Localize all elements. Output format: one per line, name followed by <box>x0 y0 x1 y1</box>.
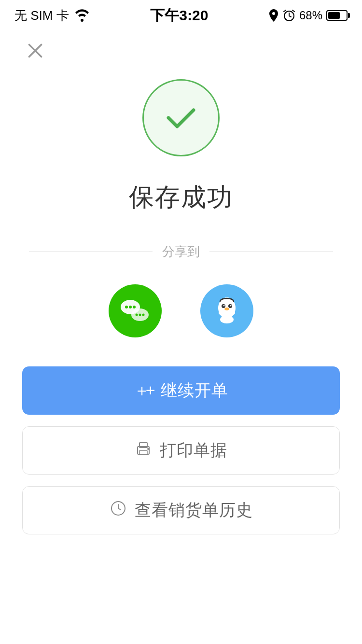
battery-percent: 68% <box>299 9 322 22</box>
success-title: 保存成功 <box>129 181 233 214</box>
svg-point-14 <box>220 316 234 323</box>
close-button[interactable] <box>23 39 47 63</box>
qq-icon <box>211 294 242 327</box>
print-label: 打印单据 <box>160 439 227 462</box>
svg-point-12 <box>219 310 225 315</box>
status-time: 下午3:20 <box>150 6 208 26</box>
main-content: 保存成功 分享到 <box>0 31 362 534</box>
divider-right <box>209 252 333 252</box>
status-bar: 无 SIM 卡 下午3:20 68% <box>0 0 362 31</box>
print-button[interactable]: 打印单据 <box>22 426 340 475</box>
share-divider: 分享到 <box>0 243 362 260</box>
status-left: 无 SIM 卡 <box>14 7 90 24</box>
svg-point-6 <box>133 306 136 308</box>
wechat-share-button[interactable] <box>109 284 162 337</box>
history-button[interactable]: 查看销货单历史 <box>22 486 340 534</box>
svg-point-17 <box>223 305 225 307</box>
share-icons <box>109 284 253 337</box>
svg-point-13 <box>228 310 235 315</box>
svg-point-19 <box>224 308 229 310</box>
continue-label: + 继续开单 <box>146 379 228 402</box>
action-buttons: ＋ + 继续开单 打印单据 查看销货单历史 <box>0 366 362 534</box>
history-icon <box>110 500 127 521</box>
svg-point-5 <box>129 306 132 308</box>
share-section: 分享到 <box>0 243 362 337</box>
wechat-icon <box>119 296 152 325</box>
checkmark-icon <box>162 98 200 137</box>
svg-point-10 <box>142 314 145 316</box>
battery-icon <box>326 10 348 21</box>
continue-button[interactable]: ＋ + 继续开单 <box>22 366 340 415</box>
location-icon <box>268 9 279 22</box>
svg-point-18 <box>230 305 232 307</box>
alarm-icon <box>283 9 295 22</box>
divider-left <box>29 252 153 252</box>
svg-point-4 <box>125 306 128 308</box>
print-icon <box>135 440 152 461</box>
share-label: 分享到 <box>162 243 200 260</box>
wifi-icon <box>74 9 90 22</box>
history-label: 查看销货单历史 <box>135 499 253 521</box>
svg-point-9 <box>139 314 141 316</box>
svg-rect-22 <box>139 450 147 454</box>
status-right: 68% <box>268 9 348 22</box>
carrier-text: 无 SIM 卡 <box>14 7 69 24</box>
svg-point-23 <box>147 448 149 450</box>
qq-share-button[interactable] <box>200 284 253 337</box>
battery-fill <box>328 12 340 19</box>
success-circle <box>142 79 220 156</box>
svg-point-8 <box>136 314 138 316</box>
